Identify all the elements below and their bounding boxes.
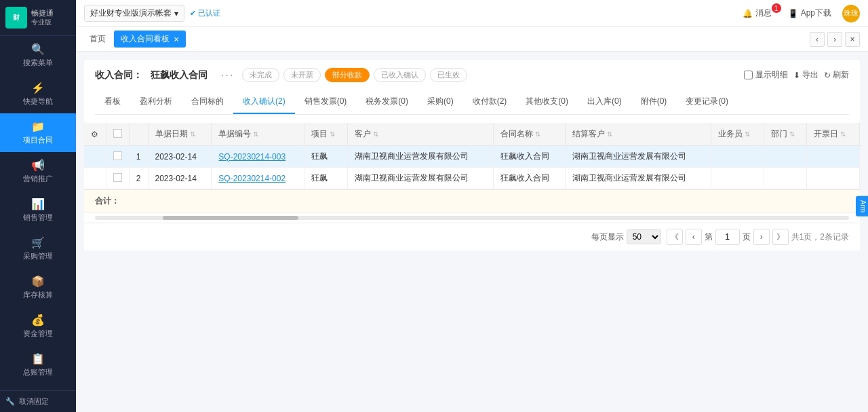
tab-change-log[interactable]: 变更记录(0) — [676, 90, 738, 114]
cell-doc-no[interactable]: SQ-20230214-003 — [212, 146, 304, 168]
status-partial-collected[interactable]: 部分收款 — [325, 68, 370, 82]
doc-no-link[interactable]: SQ-20230214-003 — [218, 152, 285, 162]
sidebar-item-finance[interactable]: 💰 资金管理 — [0, 307, 76, 345]
cell-checkbox[interactable] — [106, 146, 129, 168]
tab-purchase[interactable]: 采购(0) — [418, 90, 463, 114]
page-last-button[interactable]: 》 — [772, 229, 789, 245]
message-badge: 1 — [772, 3, 781, 13]
company-selector[interactable]: 好业财专业版演示帐套 ▾ — [84, 5, 184, 22]
sidebar-item-inventory[interactable]: 📦 库存核算 — [0, 268, 76, 307]
sort-project-icon: ⇅ — [330, 130, 335, 138]
per-page-select[interactable]: 20 50 100 — [627, 229, 661, 244]
tab-close-all-button[interactable]: × — [845, 32, 860, 47]
sidebar-item-general[interactable]: 📋 总账管理 — [0, 345, 76, 384]
status-incomplete[interactable]: 未完成 — [242, 68, 279, 82]
sidebar-item-invoice[interactable]: 🧾 发票管理 — [0, 384, 76, 390]
sidebar-item-purchase[interactable]: 🛒 采购管理 — [0, 229, 76, 268]
th-dept-label: 部门 — [771, 128, 787, 140]
status-confirmed[interactable]: 已收入确认 — [374, 68, 426, 82]
more-button[interactable]: ··· — [221, 69, 234, 81]
sidebar-label-project: 项目合同 — [23, 135, 53, 145]
th-dept[interactable]: 部门⇅ — [764, 123, 807, 146]
row-checkbox[interactable] — [113, 173, 122, 182]
refresh-button[interactable]: ↻ 刷新 — [824, 69, 849, 81]
th-settlement-customer[interactable]: 结算客户⇅ — [565, 123, 711, 146]
cell-date: 2023-02-14 — [148, 146, 212, 168]
scrollbar-thumb[interactable] — [163, 216, 298, 220]
cell-checkbox[interactable] — [106, 168, 129, 189]
tab-tax-invoice[interactable]: 税务发票(0) — [356, 90, 418, 114]
sidebar-logo: 财 畅捷通 专业版 — [0, 0, 76, 36]
table-row[interactable]: 2 2023-02-14 SQ-20230214-002 狂飙 湖南卫视商业运营… — [84, 168, 860, 189]
tab-sales-invoice[interactable]: 销售发票(0) — [295, 90, 357, 114]
cell-project: 狂飙 — [304, 146, 347, 168]
tab-prev-button[interactable]: ‹ — [810, 32, 825, 47]
tab-contract-board[interactable]: 收入合同看板 × — [114, 31, 186, 48]
tab-payment[interactable]: 收付款(2) — [463, 90, 517, 114]
avatar-text: 珠珠 — [844, 8, 859, 18]
tab-close-button[interactable]: × — [174, 34, 179, 45]
column-settings-icon[interactable]: ⚙ — [91, 130, 98, 139]
tab-home[interactable]: 首页 — [84, 31, 111, 48]
tab-inout[interactable]: 出入库(0) — [578, 90, 631, 114]
sort-date-icon: ⇅ — [190, 130, 195, 138]
cell-contract-name: 狂飙收入合同 — [493, 146, 565, 168]
sidebar-item-quick-nav[interactable]: ⚡ 快捷导航 — [0, 75, 76, 113]
th-project[interactable]: 项目⇅ — [304, 123, 347, 146]
tab-revenue-confirm[interactable]: 收入确认(2) — [233, 90, 295, 114]
th-doc-no[interactable]: 单据编号⇅ — [212, 123, 304, 146]
sidebar-item-marketing[interactable]: 📢 营销推广 — [0, 152, 76, 191]
table-row[interactable]: 1 2023-02-14 SQ-20230214-003 狂飙 湖南卫视商业运营… — [84, 146, 860, 168]
th-contract-name[interactable]: 合同名称⇅ — [493, 123, 565, 146]
tab-next-button[interactable]: › — [827, 32, 842, 47]
status-not-invoiced[interactable]: 未开票 — [283, 68, 321, 82]
user-profile[interactable]: 珠珠 — [842, 5, 860, 22]
page-first-button[interactable]: 《 — [667, 229, 683, 245]
page-input[interactable] — [715, 229, 740, 245]
message-button[interactable]: 🔔 1 消息 — [743, 7, 777, 19]
show-detail-input[interactable] — [744, 71, 753, 79]
page-next-button[interactable]: › — [753, 229, 770, 245]
sidebar-unpin[interactable]: 🔧 取消固定 — [0, 390, 76, 412]
export-button[interactable]: ⬇ 导出 — [793, 69, 818, 81]
contract-title-bar: 收入合同： 狂飙收入合同 ··· 未完成 未开票 部分收款 已收入确认 已生效 … — [95, 68, 849, 82]
th-contract-name-label: 合同名称 — [500, 128, 533, 140]
certified-label: 已认证 — [198, 8, 220, 18]
th-customer[interactable]: 客户⇅ — [347, 123, 493, 146]
right-action-panel[interactable]: Arm — [856, 195, 868, 216]
sidebar-item-search[interactable]: 🔍 搜索菜单 — [0, 36, 76, 75]
app-download-button[interactable]: 📱 App下载 — [788, 7, 831, 19]
th-salesperson[interactable]: 业务员⇅ — [711, 123, 764, 146]
tab-profit[interactable]: 盈利分析 — [130, 90, 182, 114]
scrollbar-area[interactable] — [84, 212, 860, 223]
show-detail-checkbox[interactable]: 显示明细 — [744, 69, 788, 81]
scrollbar-track[interactable] — [95, 216, 849, 220]
status-effective[interactable]: 已生效 — [430, 68, 467, 82]
doc-no-link[interactable]: SQ-20230214-002 — [218, 174, 285, 183]
tab-attachments[interactable]: 附件(0) — [631, 90, 677, 114]
sort-open-date-icon: ⇅ — [840, 130, 846, 138]
sidebar-label-quick-nav: 快捷导航 — [23, 96, 53, 107]
status-tags: 未完成 未开票 部分收款 已收入确认 已生效 — [242, 68, 467, 82]
sidebar-item-project[interactable]: 📁 项目合同 — [0, 113, 76, 152]
sidebar-label-purchase: 采购管理 — [23, 251, 53, 261]
th-checkbox[interactable] — [106, 123, 129, 146]
sales-icon: 📊 — [31, 198, 45, 210]
th-settings[interactable]: ⚙ — [84, 123, 106, 146]
page-prev-button[interactable]: ‹ — [686, 229, 702, 245]
th-open-date[interactable]: 开票日⇅ — [807, 123, 860, 146]
marketing-icon: 📢 — [31, 159, 45, 172]
sidebar-item-sales[interactable]: 📊 销售管理 — [0, 191, 76, 229]
row-checkbox[interactable] — [113, 151, 122, 160]
tab-other-income[interactable]: 其他收支(0) — [516, 90, 578, 114]
show-detail-label: 显示明细 — [755, 69, 788, 81]
cell-doc-no[interactable]: SQ-20230214-002 — [212, 168, 304, 189]
right-action-label: Arm — [859, 200, 867, 212]
tab-contract-mark[interactable]: 合同标的 — [182, 90, 233, 114]
select-all-checkbox[interactable] — [113, 129, 122, 138]
th-date[interactable]: 单据日期⇅ — [148, 123, 212, 146]
refresh-icon: ↻ — [824, 71, 831, 80]
cell-project: 狂飙 — [304, 168, 347, 189]
tab-dashboard[interactable]: 看板 — [95, 90, 130, 114]
table-body: 1 2023-02-14 SQ-20230214-003 狂飙 湖南卫视商业运营… — [84, 146, 860, 189]
